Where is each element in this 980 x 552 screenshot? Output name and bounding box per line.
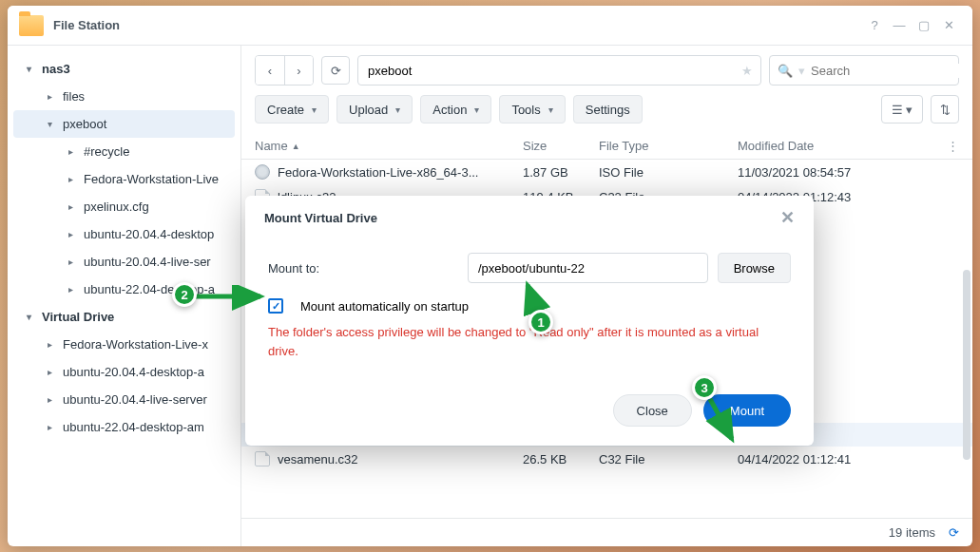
sidebar: ▾nas3 ▸files ▾pxeboot ▸#recycle ▸Fedora-… [8,46,241,546]
file-size: 1.87 GB [523,165,599,180]
maximize-icon[interactable]: ▢ [912,13,936,38]
scrollbar-thumb[interactable] [963,270,970,460]
doc-file-icon [255,451,270,466]
col-name[interactable]: Name ▲ [255,139,523,153]
search-input[interactable] [811,64,970,78]
sidebar-vitem-1[interactable]: ▸ubuntu-20.04.4-desktop-a [13,358,235,386]
file-date: 11/03/2021 08:54:57 [738,165,940,180]
mount-virtual-drive-dialog: Mount Virtual Drive ✕ Mount to: Browse ✓… [245,196,814,446]
file-size: 26.5 KB [523,452,599,466]
refresh-button[interactable]: ⟳ [321,56,350,85]
nav-toolbar: ‹ › ⟳ pxeboot ★ 🔍 ▾ [241,46,972,95]
path-text: pxeboot [368,64,412,78]
table-row[interactable]: Fedora-Workstation-Live-x86_64-3... 1.87… [241,160,972,184]
search-icon: 🔍 [778,64,793,78]
nav-forward-button[interactable]: › [284,56,313,85]
close-button[interactable]: Close [613,394,692,427]
sidebar-item-ubuntu-desktop[interactable]: ▸ubuntu-20.04.4-desktop [13,220,235,248]
tree-root-virtual[interactable]: ▾Virtual Drive [13,303,235,331]
col-type[interactable]: File Type [599,139,738,153]
table-header: Name ▲ Size File Type Modified Date ⋮ [241,133,972,160]
auto-mount-checkbox[interactable]: ✓ [268,298,283,314]
tree-root-nas3[interactable]: ▾nas3 [13,55,235,83]
sidebar-item-ubuntu-live[interactable]: ▸ubuntu-20.04.4-live-ser [13,248,235,276]
sidebar-item-ubuntu22[interactable]: ▸ubuntu-22.04-desktop-a [13,276,235,303]
action-toolbar: Create Upload Action Tools Settings ☰ ▾ … [241,95,972,133]
file-type: ISO File [599,165,738,180]
file-name: Fedora-Workstation-Live-x86_64-3... [278,165,478,180]
col-size[interactable]: Size [523,139,599,153]
browse-button[interactable]: Browse [718,253,791,283]
mount-to-label: Mount to: [268,261,458,276]
dialog-title: Mount Virtual Drive [264,211,377,225]
sidebar-vitem-2[interactable]: ▸ubuntu-20.04.4-live-server [13,386,235,413]
status-refresh-icon[interactable]: ⟳ [949,525,959,540]
help-icon[interactable]: ? [862,13,887,38]
upload-button[interactable]: Upload [336,95,413,124]
titlebar: File Station ? — ▢ ✕ [8,6,972,46]
table-row[interactable]: vesamenu.c32 26.5 KB C32 File 04/14/2022… [241,447,972,471]
col-date[interactable]: Modified Date [738,139,940,153]
tools-button[interactable]: Tools [499,95,565,124]
nav-back-button[interactable]: ‹ [256,56,284,85]
sort-asc-icon: ▲ [292,142,300,151]
sort-button[interactable]: ⇅ [931,95,959,124]
mount-button[interactable]: Mount [703,394,791,427]
file-name: vesamenu.c32 [278,452,358,466]
sidebar-item-files[interactable]: ▸files [13,83,235,110]
search-box[interactable]: 🔍 ▾ [769,55,959,86]
mount-to-input[interactable] [468,253,708,283]
auto-mount-label: Mount automatically on startup [300,299,469,314]
sidebar-item-pxelinux[interactable]: ▸pxelinux.cfg [13,193,235,220]
settings-button[interactable]: Settings [573,95,643,124]
action-button[interactable]: Action [420,95,491,124]
close-icon[interactable]: ✕ [936,13,961,38]
iso-file-icon [255,164,270,180]
file-type: C32 File [599,452,738,466]
app-icon [19,15,44,36]
sidebar-item-recycle[interactable]: ▸#recycle [13,138,235,165]
sidebar-item-pxeboot[interactable]: ▾pxeboot [13,110,235,138]
sidebar-vitem-3[interactable]: ▸ubuntu-22.04-desktop-am [13,413,235,441]
sidebar-item-fedora[interactable]: ▸Fedora-Workstation-Live [13,165,235,193]
dialog-close-icon[interactable]: ✕ [780,207,795,228]
warning-text: The folder's access privilege will be ch… [268,323,791,360]
status-bar: 19 items ⟳ [241,518,972,546]
path-input[interactable]: pxeboot ★ [357,55,761,86]
file-date: 04/14/2022 01:12:41 [738,452,940,466]
sidebar-vitem-0[interactable]: ▸Fedora-Workstation-Live-x [13,331,235,358]
view-mode-button[interactable]: ☰ ▾ [881,95,923,124]
window-title: File Station [53,18,862,32]
minimize-icon[interactable]: — [887,13,912,38]
item-count: 19 items [889,525,935,540]
col-menu-icon[interactable]: ⋮ [940,139,959,153]
create-button[interactable]: Create [255,95,329,124]
star-icon[interactable]: ★ [741,64,753,78]
